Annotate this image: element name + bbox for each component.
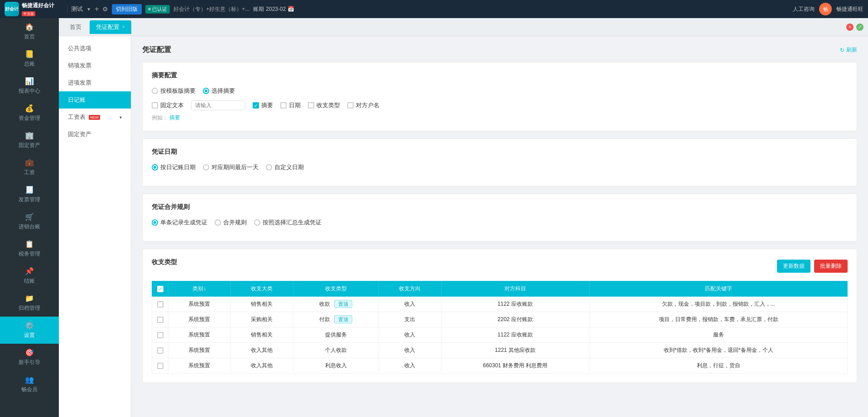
table-row: 系统预置 销售相关 提供服务 收入 1122 应收账款 服务	[152, 327, 848, 343]
batch-delete-button[interactable]: 批量删除	[814, 260, 848, 273]
summary-radio-group: 按模板版摘要 选择摘要	[152, 87, 848, 95]
td-type-4: 利息收入	[293, 358, 379, 374]
sidebar-item-closing[interactable]: 📌 结账	[0, 262, 59, 289]
sidebar-item-reports[interactable]: 📊 报表中心	[0, 72, 59, 100]
td-category-1: 系统预置	[168, 312, 231, 327]
sidebar-item-archive[interactable]: 📁 归档管理	[0, 289, 59, 317]
checkbox-date[interactable]: 日期	[280, 101, 301, 109]
consult-button[interactable]: 人工咨询	[793, 5, 815, 13]
sidebar-item-label: 发票管理	[19, 196, 40, 204]
assets-icon: 🏢	[25, 131, 34, 140]
tab-voucher-config[interactable]: 凭证配置 ×	[90, 20, 131, 34]
top-tag-0[interactable]: 置顶	[334, 300, 352, 308]
td-category-4: 系统预置	[168, 358, 231, 374]
td-category-3: 系统预置	[168, 343, 231, 358]
radio-journal-date[interactable]: 按日记账日期	[152, 163, 196, 171]
sidebar-item-home[interactable]: 🏠 首页	[0, 18, 59, 45]
tab-home[interactable]: 首页	[63, 20, 88, 34]
username: 畅捷通旺旺	[836, 5, 863, 13]
sidebar-item-invoices[interactable]: 🧾 发票管理	[0, 181, 59, 208]
radio-custom-date[interactable]: 自定义日期	[266, 163, 304, 171]
td-select-3	[152, 343, 168, 358]
top-tag-1[interactable]: 置顶	[334, 315, 352, 323]
sidebar-item-guide[interactable]: 🎯 新手引导	[0, 344, 59, 371]
calendar-icon[interactable]: 📅	[288, 6, 294, 12]
td-account-4: 660301 财务费用 利息费用	[441, 358, 589, 374]
radio-template[interactable]: 按模板版摘要	[152, 87, 196, 95]
add-button[interactable]: +	[95, 5, 99, 13]
main-panel: 凭证配置 ↻ 刷新 摘要配置 按模板版摘要	[131, 36, 868, 417]
refresh-button[interactable]: ↻ 刷新	[840, 46, 857, 54]
single-record-circle	[152, 219, 158, 226]
td-keywords-0: 欠款，现金，项目款，到款，报销款，汇入，...	[590, 297, 848, 312]
sidebar-item-settings[interactable]: ⚙️ 设置	[0, 317, 59, 344]
sidebar-item-label: 资金管理	[19, 114, 40, 122]
checkbox-summary[interactable]: ✓ 摘要	[253, 101, 273, 109]
checkbox-fixed-text[interactable]: 固定文本	[152, 101, 184, 109]
row-checkbox-1[interactable]	[157, 317, 163, 323]
ie-section-title: 收支类型	[152, 258, 177, 266]
sidebar-item-ledger[interactable]: 📒 总账	[0, 45, 59, 72]
select-all-checkbox[interactable]: ✓	[157, 286, 163, 292]
counterparty-checkbox	[347, 102, 354, 109]
radio-merge-rule[interactable]: 合并规则	[215, 218, 247, 227]
sub-nav-payroll[interactable]: 工资表 NEW ▾	[59, 109, 131, 126]
sub-nav-fixed-assets[interactable]: 固定资产	[59, 126, 131, 143]
refresh-icon: ↻	[840, 47, 844, 53]
fixed-text-checkbox	[152, 102, 158, 109]
avatar[interactable]: 畅	[819, 3, 832, 15]
company-dropdown-arrow[interactable]: ▼	[86, 7, 91, 12]
window-close-button[interactable]: ×	[846, 24, 854, 31]
window-maximize-button[interactable]: ⤢	[856, 24, 863, 31]
th-category: 类别↓	[168, 281, 231, 297]
row-checkbox-2[interactable]	[157, 332, 163, 338]
radio-single-record[interactable]: 单条记录生成凭证	[152, 218, 207, 227]
sidebar-item-tax[interactable]: 📋 税务管理	[0, 235, 59, 262]
radio-period-last[interactable]: 对应期间最后一天	[203, 163, 259, 171]
checkbox-type[interactable]: 收支类型	[308, 101, 340, 109]
page-content: 公共选项 销项发票 进项发票 日记账 工资表 NEW ▾ 固定资产	[59, 36, 868, 417]
td-keywords-3: 收到*借款，收到*备用金，退回*备用金，个人	[590, 343, 848, 358]
fixed-text-input[interactable]	[191, 100, 245, 110]
row-checkbox-0[interactable]	[157, 301, 163, 308]
merge-section: 凭证合并规则 单条记录生成凭证 合并规则 按照选择汇总生成凭证	[142, 194, 857, 242]
td-direction-2: 收入	[379, 327, 441, 343]
row-checkbox-4[interactable]	[157, 363, 163, 369]
ie-title-row: 收支类型 更新数据 批量删除	[152, 258, 848, 274]
sidebar: 🏠 首页 📒 总账 📊 报表中心 💰 资金管理 🏢 固定资产 💼 工资 🧾 发票…	[0, 18, 59, 417]
settings-icon[interactable]: ⚙	[102, 5, 108, 13]
sidebar-item-inout[interactable]: 🛒 进销台账	[0, 208, 59, 235]
radio-select[interactable]: 选择摘要	[203, 87, 235, 95]
tab-close-icon[interactable]: ×	[122, 24, 125, 29]
sub-nav-purchase-invoice[interactable]: 进项发票	[59, 74, 131, 91]
checkbox-counterparty[interactable]: 对方户名	[347, 101, 379, 109]
journal-date-circle	[152, 164, 158, 171]
update-data-button[interactable]: 更新数据	[777, 260, 810, 273]
sidebar-item-label: 归档管理	[19, 304, 40, 312]
window-controls: × ⤢	[846, 24, 863, 31]
tax-icon: 📋	[25, 240, 34, 248]
switch-version-button[interactable]: 切到旧版	[112, 4, 142, 14]
sidebar-item-assets[interactable]: 🏢 固定资产	[0, 127, 59, 154]
funds-icon: 💰	[25, 104, 34, 113]
sub-nav-public[interactable]: 公共选项	[59, 40, 131, 57]
sidebar-item-funds[interactable]: 💰 资金管理	[0, 100, 59, 127]
summary-generate-circle	[254, 219, 260, 226]
guide-icon: 🎯	[25, 348, 34, 357]
row-checkbox-3[interactable]	[157, 347, 163, 354]
sub-nav-sales-invoice[interactable]: 销项发票	[59, 57, 131, 74]
logo-icon: 好会计	[5, 2, 19, 16]
sidebar-item-member[interactable]: 👥 畅会员	[0, 371, 59, 398]
merge-radio-group: 单条记录生成凭证 合并规则 按照选择汇总生成凭证	[152, 218, 848, 227]
merge-rule-circle	[215, 219, 221, 226]
sidebar-item-salary[interactable]: 💼 工资	[0, 154, 59, 181]
radio-summary-generate[interactable]: 按照选择汇总生成凭证	[254, 218, 321, 227]
td-account-3: 1221 其他应收款	[441, 343, 589, 358]
tab-bar: 首页 凭证配置 × × ⤢	[59, 18, 868, 36]
sub-nav-journal[interactable]: 日记账	[59, 91, 131, 109]
td-type-3: 个人收款	[293, 343, 379, 358]
new-badge: NEW	[89, 115, 100, 120]
table-row: 系统预置 收入其他 利息收入 收入 660301 财务费用 利息费用 利息，行征…	[152, 358, 848, 374]
td-type-1: 付款 置顶	[293, 312, 379, 327]
sidebar-item-label: 畅会员	[21, 386, 38, 393]
